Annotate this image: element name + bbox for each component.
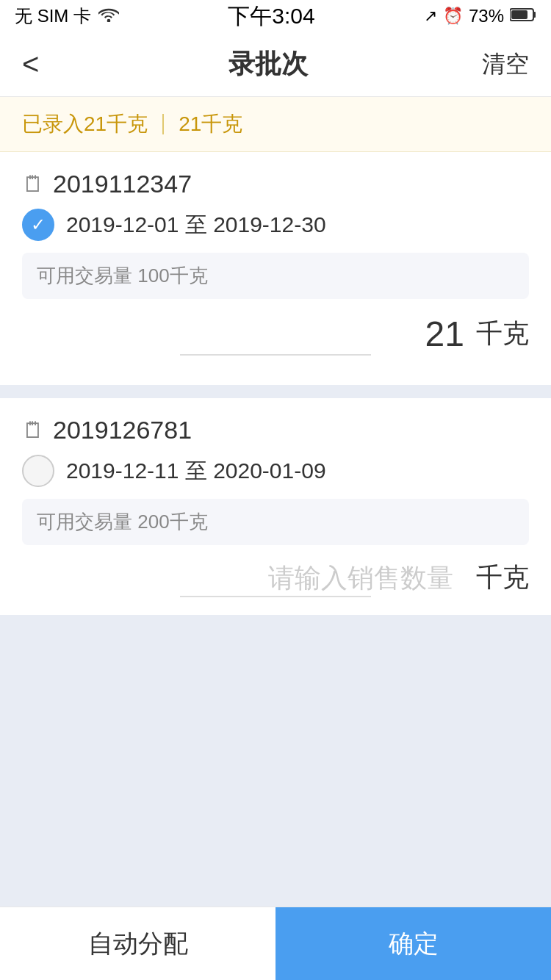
batch-id-icon-2: 🗒: [22, 418, 44, 443]
check-icon-1: ✓: [31, 215, 46, 235]
empty-area: [0, 615, 551, 938]
back-button[interactable]: <: [22, 48, 66, 81]
batch-card-1: 🗒 2019112347 ✓ 2019-12-01 至 2019-12-30 可…: [0, 152, 551, 385]
batch-date-row-1[interactable]: ✓ 2019-12-01 至 2019-12-30: [22, 209, 529, 241]
clear-button[interactable]: 清空: [470, 48, 529, 81]
bottom-bar: 自动分配 确定: [0, 907, 551, 980]
total-label: 21千克: [179, 110, 242, 138]
batch-date-text-2: 2019-12-11 至 2020-01-09: [66, 456, 326, 486]
radio-unselected-2[interactable]: [22, 455, 54, 487]
batch-card-2: 🗒 2019126781 2019-12-11 至 2020-01-09 可用交…: [0, 398, 551, 615]
batch-id-text-1: 2019112347: [53, 170, 192, 198]
batch-header-1: 🗒 2019112347 ✓ 2019-12-01 至 2019-12-30 可…: [0, 152, 551, 299]
status-bar: 无 SIM 卡 下午3:04 ↗ ⏰ 73%: [0, 0, 551, 32]
nav-bar: < 录批次 清空: [0, 32, 551, 97]
quantity-divider-1: [180, 354, 371, 356]
radio-selected-1[interactable]: ✓: [22, 209, 54, 241]
section-divider: [0, 385, 551, 398]
quantity-value-1: 21: [425, 314, 464, 354]
alarm-icon: ⏰: [443, 7, 463, 26]
quantity-input-2[interactable]: [185, 563, 464, 594]
batch-date-row-2[interactable]: 2019-12-11 至 2020-01-09: [22, 455, 529, 487]
batch-id-text-2: 2019126781: [53, 416, 192, 444]
time-display: 下午3:04: [228, 1, 314, 32]
location-icon: ↗: [424, 7, 437, 26]
wifi-icon: [98, 6, 119, 26]
confirm-button[interactable]: 确定: [276, 907, 551, 980]
status-left: 无 SIM 卡: [15, 4, 119, 28]
batch-avail-2: 可用交易量 200千克: [22, 499, 529, 545]
summary-divider: [162, 114, 164, 134]
battery-text: 73%: [469, 6, 504, 26]
batch-id-icon-1: 🗒: [22, 172, 44, 197]
page-title: 录批次: [66, 46, 470, 82]
input-divider-2: [180, 596, 371, 597]
batch-header-2: 🗒 2019126781 2019-12-11 至 2020-01-09 可用交…: [0, 398, 551, 545]
quantity-row-1: 21 千克: [0, 299, 551, 354]
input-divider-wrapper-2: [0, 596, 551, 615]
recorded-label: 已录入21千克: [22, 110, 148, 138]
summary-banner: 已录入21千克 21千克: [0, 97, 551, 152]
batch-id-row-2: 🗒 2019126781: [22, 416, 529, 444]
carrier-text: 无 SIM 卡: [15, 4, 91, 28]
input-row-2: 千克: [0, 545, 551, 596]
batch-id-row-1: 🗒 2019112347: [22, 170, 529, 198]
quantity-unit-1: 千克: [476, 316, 529, 352]
quantity-divider-wrapper-1: [0, 354, 551, 385]
batch-avail-1: 可用交易量 100千克: [22, 253, 529, 299]
input-unit-2: 千克: [476, 560, 529, 596]
auto-distribute-button[interactable]: 自动分配: [0, 907, 276, 980]
status-right: ↗ ⏰ 73%: [424, 6, 536, 26]
batch-date-text-1: 2019-12-01 至 2019-12-30: [66, 210, 326, 240]
svg-rect-2: [511, 10, 527, 19]
svg-rect-1: [533, 12, 536, 18]
battery-icon: [510, 6, 536, 26]
